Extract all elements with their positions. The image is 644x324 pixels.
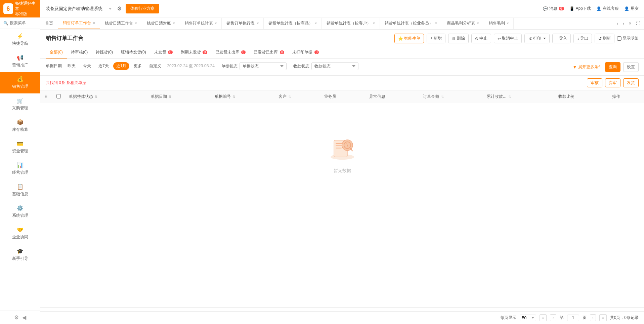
print-btn[interactable]: 🖨 打印 — [524, 34, 550, 43]
sort-amount-icon[interactable]: ⇅ — [441, 95, 444, 98]
review-btn[interactable]: 审核 — [587, 78, 602, 87]
page-size-select[interactable]: 50 10 20 100 — [520, 315, 536, 321]
tab-close-icon[interactable]: × — [435, 22, 437, 25]
show-detail-checkbox[interactable] — [617, 36, 621, 41]
add-btn[interactable]: + 新增 — [427, 34, 445, 43]
tab-sales-summary-product[interactable]: 销货单统计表（按商品） × — [264, 18, 322, 29]
date-chip-custom[interactable]: 自定义 — [146, 62, 164, 70]
topbar-dropdown-icon[interactable] — [108, 6, 112, 11]
sidebar-item-inventory[interactable]: 📦 库存核算 — [0, 115, 40, 136]
sub-tab-shipped-not-out[interactable]: 已发货未出库 0 — [211, 47, 250, 58]
sidebar-item-guide[interactable]: 🎓 新手引导 — [0, 244, 40, 266]
delete-btn[interactable]: 🗑 删除 — [448, 34, 469, 43]
sidebar-item-base[interactable]: 📋 基础信息 — [0, 179, 40, 201]
sidebar-item-marketing[interactable]: 📢 营销推广 — [0, 50, 40, 72]
sidebar-item-system[interactable]: ⚙️ 系统管理 — [0, 201, 40, 222]
tab-close-icon[interactable]: × — [135, 22, 137, 25]
smart-btn[interactable]: ⭐ 智能生单 — [394, 34, 424, 43]
tab-close-icon[interactable]: × — [507, 22, 509, 25]
collapse-icon[interactable]: ◀ — [22, 314, 26, 321]
sidebar-item-purchase[interactable]: 🛒 采购管理 — [0, 93, 40, 115]
tab-prev-btn[interactable]: ‹ — [615, 20, 620, 27]
settings-icon[interactable]: ⚙ — [14, 314, 19, 321]
date-chip-week[interactable]: 近7天 — [95, 62, 112, 70]
tab-close-icon[interactable]: × — [477, 22, 479, 25]
topbar-messages[interactable]: 💬 消息 6 — [543, 6, 564, 11]
date-chip-yesterday[interactable]: 昨天 — [65, 62, 79, 70]
sort-customer-icon[interactable]: ⇅ — [288, 95, 291, 98]
query-btn[interactable]: 查询 — [605, 62, 620, 72]
sub-tab-shipped-out[interactable]: 已发货已出库 0 — [250, 47, 288, 58]
tab-next-btn[interactable]: › — [621, 20, 626, 27]
topbar-app-download[interactable]: 📱 App下载 — [569, 6, 591, 11]
sub-tab-pending-review[interactable]: 待审核(0) — [67, 47, 92, 58]
sub-tab-all[interactable]: 全部(0) — [46, 47, 67, 58]
sidebar-item-sales[interactable]: 💰 销售管理 — [0, 72, 40, 93]
tab-home[interactable]: 首页 — [40, 18, 58, 29]
topbar-settings-icon[interactable]: ⚙ — [117, 5, 122, 12]
horizontal-scrollbar[interactable] — [40, 307, 644, 311]
stop-btn[interactable]: ⊘ 中止 — [471, 34, 491, 43]
sub-tab-wangpu[interactable]: 旺铺待发货(0) — [117, 47, 150, 58]
tab-sales-exec[interactable]: 销售订单执行表 × — [222, 18, 264, 29]
sub-tab-not-shipped[interactable]: 未发货 0 — [150, 47, 177, 58]
sort-date-icon[interactable]: ⇅ — [169, 95, 171, 98]
prev-page-btn[interactable]: ‹ — [550, 314, 556, 321]
sub-tab-not-printed[interactable]: 未打印单据 0 — [288, 47, 323, 58]
expand-more-btn[interactable]: ▼ 展开更多条件 — [573, 64, 602, 70]
sub-tab-pending-inspect[interactable]: 待拣货(0) — [92, 47, 117, 58]
date-chip-month[interactable]: 近1月 — [113, 62, 130, 70]
tab-close-icon[interactable]: × — [93, 21, 95, 25]
tab-close-icon[interactable]: × — [215, 22, 217, 25]
content-actions: ⭐ 智能生单 + 新增 🗑 删除 ⊘ 中止 ↩ 取消中止 — [394, 34, 639, 43]
sidebar-item-enterprise[interactable]: 🤝 企业协同 — [0, 222, 40, 244]
sort-status-icon[interactable]: ⇅ — [95, 95, 97, 98]
date-chip-today[interactable]: 今天 — [80, 62, 94, 70]
table-wrap: ⠿ 单据整体状态 ⇅ 单据日期 ⇅ — [40, 90, 644, 307]
first-page-btn[interactable]: « — [540, 314, 547, 321]
topbar-user[interactable]: 👤 用友 — [624, 6, 639, 11]
select-all-checkbox[interactable] — [56, 94, 61, 98]
tab-close-icon[interactable]: × — [173, 22, 175, 25]
next-page-btn[interactable]: › — [590, 314, 596, 321]
show-detail-label[interactable]: 显示明细 — [617, 36, 639, 41]
content: 销售订单工作台 ⭐ 智能生单 + 新增 🗑 删除 ⊘ 中止 — [40, 30, 644, 324]
collection-select[interactable]: 收款状态 — [311, 62, 358, 70]
tab-fullscreen-btn[interactable]: ⛶ — [634, 20, 642, 27]
tab-sales-summary-customer[interactable]: 销货单统计表（按客户） × — [322, 18, 380, 29]
date-chip-more[interactable]: 更多 — [131, 62, 145, 70]
ship-btn[interactable]: 发货 — [623, 78, 639, 87]
tab-cash-daily[interactable]: 钱货日清工作台 × — [100, 18, 142, 29]
sidebar-item-quick-nav[interactable]: ⚡ 快捷导航 — [0, 29, 40, 50]
cancel-stop-btn[interactable]: ↩ 取消中止 — [494, 34, 522, 43]
th-customer: 客户 ⇅ — [274, 90, 320, 103]
tab-sales-stats[interactable]: 销售订单统计表 × — [180, 18, 222, 29]
status-select[interactable]: 单据状态 — [240, 62, 287, 70]
topbar-online-service[interactable]: 👤 在线客服 — [596, 6, 619, 11]
sidebar-search[interactable]: 🔍 搜索菜单 — [0, 17, 40, 29]
tab-sales-profit[interactable]: 销售毛利 × — [484, 18, 514, 29]
sub-tab-overdue[interactable]: 到期未发货 0 — [177, 47, 211, 58]
import-btn[interactable]: ↑ 导入 — [552, 34, 571, 43]
setting-btn[interactable]: 设置 — [623, 62, 639, 72]
tab-sales-summary-staff[interactable]: 销货单统计表（按业务员） × — [380, 18, 442, 29]
refresh-btn[interactable]: ↺ 刷新 — [595, 34, 614, 43]
tab-cash-reconcile[interactable]: 钱货日清对账 × — [142, 18, 180, 29]
sidebar-item-finance[interactable]: 💳 资金管理 — [0, 136, 40, 158]
last-page-btn[interactable]: » — [599, 314, 606, 321]
sidebar-item-operations[interactable]: 📊 经营管理 — [0, 158, 40, 179]
unreview-btn[interactable]: 弃审 — [605, 78, 620, 87]
export-btn[interactable]: ↓ 导出 — [573, 34, 592, 43]
tab-close-icon[interactable]: × — [257, 22, 259, 25]
tab-margin-analysis[interactable]: 商品毛利分析表 × — [442, 18, 484, 29]
page-input[interactable] — [567, 315, 579, 321]
tab-close-icon[interactable]: × — [373, 22, 375, 25]
tab-close-icon[interactable]: × — [315, 22, 317, 25]
sort-collected-icon[interactable]: ⇅ — [508, 95, 511, 98]
th-checkbox[interactable] — [52, 90, 65, 103]
demo-btn[interactable]: 体验行业方案 — [126, 4, 159, 13]
sort-number-icon[interactable]: ⇅ — [232, 95, 235, 98]
tab-sales-order[interactable]: 销售订单工作台 × — [58, 17, 100, 29]
tab-close-all-btn[interactable]: × — [627, 20, 633, 27]
sidebar-item-label: 经营管理 — [12, 170, 28, 175]
